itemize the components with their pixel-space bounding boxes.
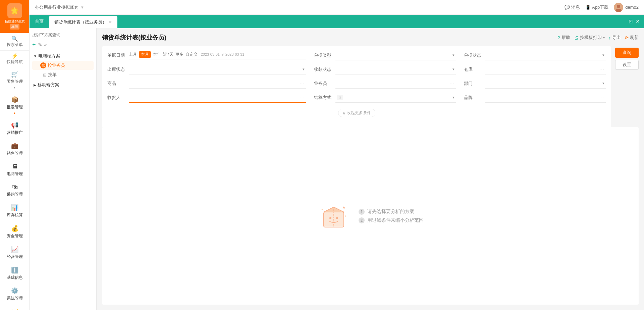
tab-close-icon[interactable]: ✕ (109, 20, 112, 24)
tree-child-byorder[interactable]: ⊞ 按单 (32, 70, 94, 79)
brand-select[interactable]: ··· (485, 93, 606, 103)
refresh-btn[interactable]: ⟳ 刷新 (625, 35, 639, 41)
user-area[interactable]: demo2 (614, 3, 639, 12)
receipt-status-arrow: ▾ (452, 67, 454, 71)
print-arrow-icon: ▾ (603, 36, 605, 40)
filter-receipt-status[interactable]: 收款状态 ▾ (314, 64, 456, 74)
filter-doc-status[interactable]: 单据状态 ▾ (464, 50, 606, 60)
topbar: 办公用品行业模拟账套 ▾ 💬 消息 📱 App下载 demo2 (30, 0, 644, 15)
sidebar-item-marketing[interactable]: 📢 营销推广 (0, 118, 29, 139)
tabbar-actions: ⊡ ✕ (629, 18, 644, 24)
filter-payment[interactable]: 结算方式 × ▾ (314, 93, 456, 103)
filter-doc-type[interactable]: 单据类型 ▾ (314, 50, 456, 60)
department-select[interactable]: ▾ (485, 79, 606, 89)
restore-window-icon[interactable]: ⊡ (629, 18, 633, 24)
date-tab-this-month[interactable]: 本月 (139, 51, 151, 58)
sidebar-item-operations[interactable]: 📈 经营管理 (0, 242, 29, 263)
add-scheme-icon[interactable]: + (32, 41, 36, 48)
svg-text:✦: ✦ (344, 215, 347, 218)
tree-child-salesman[interactable]: 按 按业务员 (32, 61, 94, 70)
out-status-select[interactable]: ▾ (129, 64, 306, 74)
collapse-btn[interactable]: ∧ 收起更多条件 (338, 109, 375, 117)
enterprise-icon: 🤝 (11, 308, 18, 310)
date-tab-last-month[interactable]: 上月 (129, 52, 137, 57)
breadcrumb-arrow: ▾ (81, 5, 84, 10)
tab-sales-stat[interactable]: 销货单统计表（按业务员） ✕ (49, 16, 117, 28)
settings-button[interactable]: 设置 (615, 60, 639, 70)
receipt-status-label: 收款状态 (314, 66, 333, 72)
date-tab-7days[interactable]: 近7天 (163, 52, 173, 57)
payment-select[interactable]: × ▾ (335, 93, 456, 103)
help-btn[interactable]: ? 帮助 (557, 35, 570, 41)
doc-type-select[interactable]: ▾ (335, 50, 456, 60)
close-window-icon[interactable]: ✕ (636, 18, 640, 24)
scheme-order-label: 按单 (48, 72, 57, 78)
receiver-label: 收货人 (107, 95, 126, 101)
app-download-btn[interactable]: 📱 App下载 (585, 4, 608, 10)
edit-scheme-icon[interactable]: ✎ (38, 42, 42, 48)
warehouse-select[interactable]: ··· (485, 64, 606, 74)
app-icon: 📱 (585, 5, 591, 10)
template-print-btn[interactable]: 🖨 按模板打印 ▾ (574, 35, 605, 41)
sidebar-item-basic-info[interactable]: ℹ️ 基础信息 (0, 263, 29, 284)
filter-out-status[interactable]: 出库状态 ▾ (107, 64, 306, 74)
filter-salesman[interactable]: 业务员 ··· (314, 79, 456, 89)
page-title: 销货单统计表(按业务员) (102, 34, 166, 42)
department-label: 部门 (464, 81, 483, 87)
refresh-label: 刷新 (630, 35, 639, 41)
filter-brand[interactable]: 品牌 ··· (464, 93, 606, 103)
tree-desktop-parent[interactable]: ▼ 电脑端方案 (32, 52, 94, 60)
date-tab-custom[interactable]: 自定义 (185, 52, 198, 57)
query-button[interactable]: 查询 (615, 48, 639, 58)
messages-btn[interactable]: 💬 消息 (565, 4, 580, 10)
empty-tip-2: 2 用过滤条件来缩小分析范围 (359, 217, 424, 223)
product-dots: ··· (300, 81, 305, 86)
page-header: 销货单统计表(按业务员) ? 帮助 🖨 按模板打印 ▾ ↑ 导出 (102, 34, 639, 42)
sidebar-item-wholesale[interactable]: 📦 批发管理 ▴ (0, 93, 29, 118)
collapse-panel-icon[interactable]: « (44, 42, 47, 48)
payment-tag-x[interactable]: × (339, 95, 341, 100)
doc-status-select[interactable]: ▾ (485, 50, 606, 60)
sidebar: 🌟 畅捷通好生意 标版 🔍 搜索菜单 ⚡ 快捷导航 🛒 零售管理 ▾ 📦 批发管… (0, 0, 30, 310)
export-btn[interactable]: ↑ 导出 (609, 35, 621, 41)
purchase-label: 采购管理 (7, 192, 23, 197)
scheme-salesman-label: 按业务员 (48, 62, 65, 68)
department-arrow: ▾ (602, 81, 604, 86)
receipt-status-select[interactable]: ▾ (335, 64, 456, 74)
sidebar-item-sales[interactable]: 💼 销售管理 (0, 139, 29, 160)
tip-num-2: 2 (359, 217, 365, 223)
brand-dots: ··· (599, 95, 604, 100)
app-download-label: App下载 (592, 4, 608, 10)
sidebar-item-quicknav[interactable]: ⚡ 快捷导航 (0, 51, 29, 67)
sidebar-item-ecommerce[interactable]: 🖥 电商管理 (0, 160, 29, 180)
filter-department[interactable]: 部门 ▾ (464, 79, 606, 89)
empty-tips: 1 请先选择要分析的方案 2 用过滤条件来缩小分析范围 (359, 209, 424, 223)
receiver-select[interactable]: ··· (129, 93, 306, 103)
sidebar-item-system[interactable]: ⚙️ 系统管理 (0, 284, 29, 305)
ecommerce-label: 电商管理 (7, 171, 23, 177)
retail-label: 零售管理 (7, 79, 23, 85)
tab-home[interactable]: 首页 (30, 15, 49, 28)
sidebar-item-inventory[interactable]: 📊 库存核算 (0, 201, 29, 221)
tip-1-text: 请先选择要分析的方案 (367, 209, 414, 215)
tree-mobile-parent[interactable]: ▶ 移动端方案 (32, 81, 94, 89)
basic-info-icon: ℹ️ (11, 266, 18, 274)
tree-mobile: ▶ 移动端方案 (32, 81, 94, 89)
filter-receiver[interactable]: 收货人 ··· (107, 93, 306, 103)
sidebar-logo: 🌟 畅捷通好生意 标版 (0, 0, 29, 33)
sidebar-item-retail[interactable]: 🛒 零售管理 ▾ (0, 67, 29, 93)
sidebar-item-search[interactable]: 🔍 搜索菜单 (0, 33, 29, 51)
print-icon: 🖨 (574, 35, 579, 40)
filter-warehouse[interactable]: 仓库 ··· (464, 64, 606, 74)
product-select[interactable]: ··· (129, 79, 306, 89)
salesman-select[interactable]: ··· (335, 79, 456, 89)
date-tab-this-year[interactable]: 本年 (153, 52, 161, 57)
date-tab-more[interactable]: 更多 (175, 52, 183, 57)
left-panel: 按以下方案查询 + ✎ « ▼ 电脑端方案 按 按业务员 ⊞ 按单 (30, 28, 97, 310)
sidebar-item-finance[interactable]: 💰 资金管理 (0, 221, 29, 242)
filter-product[interactable]: 商品 ··· (107, 79, 306, 89)
sidebar-item-purchase[interactable]: 🛍 采购管理 (0, 180, 29, 201)
breadcrumb-text: 办公用品行业模拟账套 (35, 4, 78, 10)
collapse-btn-label: 收起更多条件 (347, 110, 371, 116)
sidebar-item-enterprise[interactable]: 🤝 企业协同 (0, 305, 29, 310)
